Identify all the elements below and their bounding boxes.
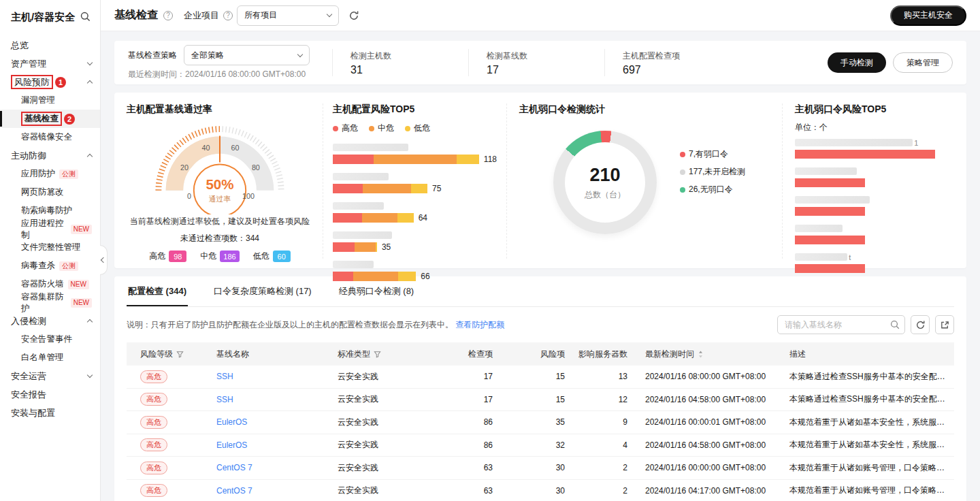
pass-rate-advice: 当前基线检测通过率较低，建议及时处置各项风险: [127, 216, 313, 227]
risk-items-count: 30: [500, 486, 572, 496]
table-row[interactable]: 高危 EulerOS 云安全实践 86 32 4 2024/01/16 04:5…: [127, 434, 954, 457]
table-row[interactable]: 高危 SSH 云安全实践 17 15 13 2024/01/16 08:00:0…: [127, 366, 954, 389]
config-risk-bar-chart: 11875643566: [333, 142, 497, 281]
help-icon[interactable]: ?: [223, 11, 233, 20]
last-check-time: 2024/01/16 04:17:00 GMT+08:00: [634, 486, 783, 496]
blurred-host-label: [795, 167, 857, 175]
sidebar-collapse-handle[interactable]: [100, 245, 108, 275]
baseline-name-link[interactable]: EulerOS: [216, 417, 247, 427]
sort-icon[interactable]: [698, 350, 704, 359]
chevron-up-icon: [87, 319, 93, 325]
sidebar-item-security-operations[interactable]: 安全运营: [0, 367, 100, 385]
beta-tag: 公测: [59, 261, 78, 271]
policy-select[interactable]: 全部策略: [184, 45, 310, 65]
weak-password-bar: [795, 236, 865, 244]
help-icon[interactable]: ?: [163, 11, 173, 20]
sidebar-item-container-cluster-protection[interactable]: 容器集群防护NEW: [0, 293, 100, 312]
baseline-search: [777, 315, 905, 334]
sidebar-item-web-tamper-protection[interactable]: 网页防篡改: [0, 183, 100, 201]
chevron-left-icon: [101, 257, 106, 263]
baseline-name-link[interactable]: CentOS 7: [216, 486, 252, 496]
affected-servers-count: 9: [572, 417, 634, 427]
sidebar-item-application-process-control[interactable]: 应用进程控制NEW: [0, 220, 100, 238]
new-tag: NEW: [71, 225, 92, 234]
standard-type: 云安全实践: [331, 439, 446, 451]
baseline-name-link[interactable]: EulerOS: [216, 440, 247, 450]
sidebar-item-whitelist-management[interactable]: 白名单管理: [0, 349, 100, 367]
table-refresh-button[interactable]: [911, 315, 930, 334]
tab-classic-weak-password[interactable]: 经典弱口令检测 (8): [338, 276, 416, 306]
last-check-time: 2024/01/16 08:00:00 GMT+08:00: [634, 372, 783, 381]
blurred-host-label: [795, 139, 913, 146]
risk-items-count: 32: [500, 440, 572, 450]
sidebar-item-intrusion-detection[interactable]: 入侵检测: [0, 312, 100, 330]
sidebar-item-risk-prevention[interactable]: 风险预防1: [0, 73, 100, 91]
view-protection-quota-link[interactable]: 查看防护配额: [455, 320, 504, 329]
blurred-host-label: [795, 196, 870, 204]
table-export-button[interactable]: [935, 315, 954, 334]
has-weak-password-dot: [680, 152, 685, 157]
sidebar-item-security-alarm-events[interactable]: 安全告警事件: [0, 330, 100, 349]
sidebar-item-virus-scan[interactable]: 病毒查杀公测: [0, 257, 100, 275]
affected-servers-count: 4: [572, 440, 634, 450]
affected-servers-count: 13: [572, 372, 634, 381]
page-header: 基线检查 ? 企业项目 ? 所有项目 购买主机安全: [101, 0, 980, 31]
baseline-name-link[interactable]: SSH: [216, 372, 233, 381]
project-select-value: 所有项目: [244, 10, 277, 21]
search-input[interactable]: [777, 315, 905, 334]
standard-type: 云安全实践: [331, 485, 446, 496]
last-check-time: 2024/01/16 00:00:00 GMT+08:00: [634, 463, 783, 472]
tab-password-complexity[interactable]: 口令复杂度策略检测 (17): [212, 276, 313, 306]
medium-risk-count: 中危186: [200, 251, 239, 262]
sidebar-item-container-image-security[interactable]: 容器镜像安全: [0, 128, 100, 146]
risk-items-count: 15: [500, 372, 572, 381]
sidebar-item-overview[interactable]: 总览: [0, 36, 100, 54]
project-select[interactable]: 所有项目: [237, 5, 339, 26]
filter-icon[interactable]: [374, 351, 381, 358]
step-2-badge: 2: [64, 114, 75, 125]
svg-text:40: 40: [201, 144, 210, 152]
sidebar: 主机/容器安全 总览 资产管理 风险预防1 漏洞管理 基线检查2 容器镜像安全 …: [0, 0, 101, 501]
buy-host-security-button[interactable]: 购买主机安全: [890, 5, 966, 26]
svg-text:50%: 50%: [206, 176, 233, 192]
manual-check-button[interactable]: 手动检测: [828, 52, 886, 73]
sidebar-item-file-integrity-management[interactable]: 文件完整性管理: [0, 238, 100, 257]
table-note: 说明：只有开启了防护且防护配额在企业版及以上的主机的配置检查数据会显示在列表中。…: [127, 319, 504, 331]
check-items-count: 63: [446, 486, 500, 496]
sidebar-item-asset-management[interactable]: 资产管理: [0, 54, 100, 73]
baseline-description: 本规范着重于从诸如账号管理，口令策略，授权管理，服务管理，配置...: [783, 485, 954, 496]
baseline-description: 本规范着重于从诸如基本安全性，系统服务安全性，文件和目录安全性...: [783, 439, 954, 451]
table-row[interactable]: 高危 CentOS 7 云安全实践 63 30 2 2024/01/16 04:…: [127, 480, 954, 501]
bar-value: 75: [432, 184, 441, 193]
search-icon: [890, 320, 900, 329]
table-row[interactable]: 高危 EulerOS 云安全实践 86 35 9 2024/01/16 00:0…: [127, 411, 954, 434]
sidebar-nav: 总览 资产管理 风险预防1 漏洞管理 基线检查2 容器镜像安全 主动防御 应用防…: [0, 36, 100, 422]
pass-rate-panel: 主机配置基线通过率 50% 通过率 0 20 40 60: [127, 103, 323, 259]
sidebar-item-security-report[interactable]: 安全报告: [0, 385, 100, 404]
sidebar-item-application-protection[interactable]: 应用防护公测: [0, 165, 100, 183]
sidebar-item-proactive-defense[interactable]: 主动防御: [0, 146, 100, 165]
table-row[interactable]: 高危 SSH 云安全实践 17 15 12 2024/01/16 04:58:0…: [127, 389, 954, 412]
weak-password-legend: 7,有弱口令 177,未开启检测 26,无弱口令: [680, 148, 745, 195]
bar-value: 64: [419, 213, 427, 223]
chevron-down-icon: [87, 372, 93, 378]
donut-total: 210: [589, 165, 620, 186]
bar-value: 35: [382, 242, 391, 252]
sidebar-item-baseline-check[interactable]: 基线检查2: [0, 110, 100, 128]
filter-icon[interactable]: [176, 351, 184, 358]
sidebar-item-vulnerability-management[interactable]: 漏洞管理: [0, 91, 100, 110]
search-icon[interactable]: [80, 12, 91, 24]
baseline-name-link[interactable]: SSH: [216, 395, 233, 404]
tab-config-check[interactable]: 配置检查 (344): [127, 276, 188, 306]
refresh-icon: [915, 320, 926, 330]
sidebar-item-installation-configuration[interactable]: 安装与配置: [0, 404, 100, 422]
baseline-description: 本策略通过检查SSH服务中基本的安全配置项，提升SSH服务的安全性。: [783, 393, 954, 405]
config-risk-legend: 高危 中危 低危: [333, 123, 497, 134]
last-check-label: 最近检测时间：: [128, 69, 185, 79]
table-row[interactable]: 高危 CentOS 7 云安全实践 63 30 2 2024/01/16 00:…: [127, 457, 954, 480]
policy-manage-button[interactable]: 策略管理: [893, 52, 953, 73]
baseline-name-link[interactable]: CentOS 7: [216, 463, 252, 472]
blurred-category-label: [333, 261, 374, 268]
svg-text:通过率: 通过率: [209, 195, 231, 203]
refresh-icon[interactable]: [348, 10, 359, 21]
